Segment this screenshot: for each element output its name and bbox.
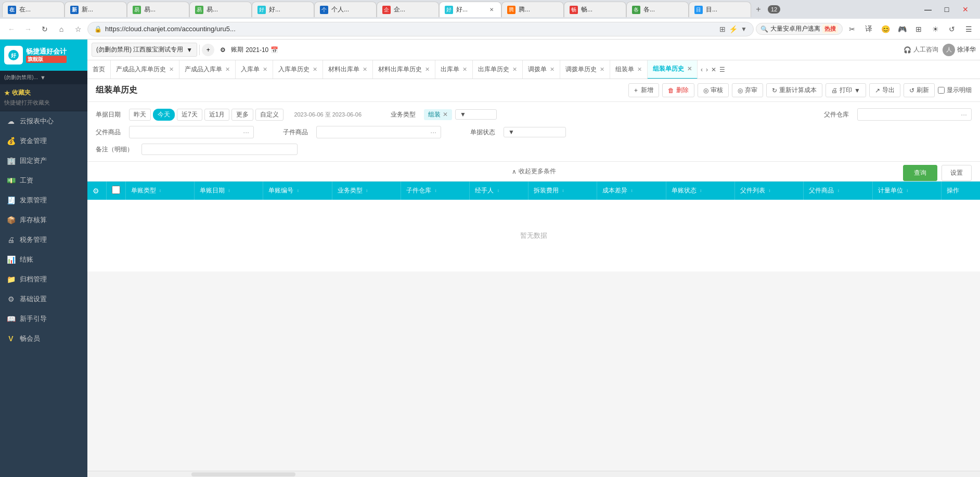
horizontal-scrollbar[interactable]	[191, 472, 295, 476]
sort-handler-icon[interactable]: ↕	[497, 189, 499, 193]
browser-tab-4[interactable]: 易 易...	[189, 2, 252, 17]
sort-type-icon[interactable]: ↕	[159, 189, 161, 193]
sort-diff-icon[interactable]: ↕	[631, 189, 633, 193]
sort-number-icon[interactable]: ↕	[297, 189, 299, 193]
tab-close-8[interactable]: ✕	[487, 6, 496, 14]
today-btn[interactable]: 今天	[153, 109, 175, 121]
grid-button[interactable]: ⊞	[911, 22, 926, 36]
order-status-dropdown[interactable]: ▼	[504, 127, 566, 137]
add-button[interactable]: +新增	[628, 83, 659, 97]
show-detail-toggle[interactable]: 显示明细	[938, 86, 972, 95]
tab-close-icon[interactable]: ✕	[363, 66, 367, 73]
more-date-btn[interactable]: 更多	[231, 109, 253, 121]
tab-close-icon[interactable]: ✕	[637, 66, 642, 73]
browser-tab-2[interactable]: 新 新...	[65, 2, 127, 17]
tab-close-active-icon[interactable]: ✕	[687, 66, 692, 72]
bookmark-button[interactable]: ☆	[71, 22, 85, 36]
tab-close-icon[interactable]: ✕	[225, 66, 230, 73]
sidebar-item-inventory[interactable]: 📦 库存核算	[0, 210, 87, 230]
address-lightning-icon[interactable]: ⚡	[729, 25, 738, 33]
search-bar[interactable]: 🔍 大量安卓用户逃离 热搜	[756, 23, 843, 35]
refresh-page-button[interactable]: ↺ 刷新	[904, 83, 935, 97]
cut-tool-button[interactable]: ✂	[845, 22, 859, 36]
sort-warehouse-icon[interactable]: ↕	[434, 189, 436, 193]
tab-assembly[interactable]: 组装单 ✕	[610, 60, 648, 79]
sort-parent-product-icon[interactable]: ↕	[837, 189, 840, 193]
sort-date-icon[interactable]: ↕	[228, 189, 230, 193]
tab-close-icon[interactable]: ✕	[263, 66, 267, 73]
print-button[interactable]: 🖨 打印 ▼	[826, 83, 866, 97]
remark-field[interactable]	[146, 146, 293, 153]
tab-prod-inbound-history[interactable]: 产成品入库单历史 ✕	[111, 60, 179, 79]
sidebar-item-tax[interactable]: 🖨 税务管理	[0, 230, 87, 250]
show-detail-checkbox[interactable]	[938, 87, 945, 94]
tab-transfer[interactable]: 调拨单 ✕	[523, 60, 560, 79]
warehouse-more-icon[interactable]: ···	[961, 110, 967, 119]
home-button[interactable]: ⌂	[54, 22, 69, 36]
collapse-button[interactable]: ∧ 收起更多条件	[501, 165, 566, 178]
tab-prod-inbound[interactable]: 产成品入库单 ✕	[179, 60, 236, 79]
customer-service-button[interactable]: 🎧 人工咨询	[904, 45, 938, 54]
user-avatar[interactable]: 人 徐泽华	[943, 44, 976, 56]
1month-btn[interactable]: 近1月	[204, 109, 230, 121]
sub-product-more-icon[interactable]: ···	[430, 128, 436, 136]
tab-close-icon[interactable]: ✕	[600, 66, 604, 73]
filter-settings-button[interactable]: 设置	[942, 165, 972, 181]
biz-type-dropdown[interactable]: ▼	[455, 109, 497, 120]
browser-tab-3[interactable]: 易 易...	[127, 2, 189, 17]
browser-tab-10[interactable]: 畅 畅...	[564, 2, 626, 17]
sidebar-item-payroll[interactable]: 💵 工资	[0, 171, 87, 190]
sub-product-input[interactable]: ···	[316, 126, 441, 138]
back-button[interactable]: ←	[4, 22, 19, 36]
browser-tab-5[interactable]: 好 好...	[252, 2, 314, 17]
tab-transfer-history[interactable]: 调拨单历史 ✕	[560, 60, 610, 79]
browser-tab-9[interactable]: 腾 腾...	[501, 2, 564, 17]
sidebar-company[interactable]: (勿删勿禁用)... ▼	[0, 71, 87, 84]
delete-button[interactable]: 🗑 删除	[662, 83, 694, 97]
select-all-checkbox[interactable]	[112, 186, 120, 194]
browser-tab-7[interactable]: 企 企...	[377, 2, 439, 17]
sun-button[interactable]: ☀	[928, 22, 943, 36]
tab-outbound-history[interactable]: 出库单历史 ✕	[473, 60, 523, 79]
tab-nav-left[interactable]: ‹	[700, 65, 704, 74]
tab-close-icon[interactable]: ✕	[425, 66, 430, 73]
tab-nav-right[interactable]: ›	[705, 65, 709, 74]
tab-inbound[interactable]: 入库单 ✕	[236, 60, 273, 79]
export-button[interactable]: ↗ 导出	[869, 83, 900, 97]
company-selector[interactable]: (勿删勿禁用) 江西服宝测试专用 ▼	[92, 43, 197, 57]
parent-product-more-icon[interactable]: ···	[243, 128, 249, 136]
tab-material-out[interactable]: 材料出库单 ✕	[323, 60, 373, 79]
period-selector[interactable]: 账期 2021-10 📅	[231, 45, 278, 54]
browser-tab-6[interactable]: 个 个人...	[314, 2, 377, 17]
print-dropdown-icon[interactable]: ▼	[854, 87, 860, 94]
sidebar-item-guide[interactable]: 📖 新手引导	[0, 309, 87, 329]
parent-warehouse-field[interactable]	[862, 111, 958, 118]
sort-cost-icon[interactable]: ↕	[562, 189, 564, 193]
tab-assembly-history[interactable]: 组装单历史 ✕	[648, 60, 698, 79]
sidebar-item-archive[interactable]: 📁 归档管理	[0, 269, 87, 289]
address-dropdown-icon[interactable]: ▼	[741, 25, 747, 33]
sidebar-item-fixed-assets[interactable]: 🏢 固定资产	[0, 151, 87, 171]
maximize-button[interactable]: □	[938, 2, 955, 17]
yesterday-btn[interactable]: 昨天	[129, 109, 151, 121]
tab-close-icon[interactable]: ✕	[550, 66, 555, 73]
browser-tab-1[interactable]: 在 在...	[2, 2, 65, 17]
custom-date-btn[interactable]: 自定义	[255, 109, 283, 121]
menu-button[interactable]: ☰	[961, 22, 976, 36]
table-settings-icon[interactable]: ⚙	[93, 187, 99, 195]
sidebar-item-vip[interactable]: V 畅会员	[0, 329, 87, 349]
address-bar[interactable]: 🔒 https://cloud.chanjet.com/accounting/u…	[87, 22, 754, 36]
add-company-button[interactable]: +	[202, 44, 214, 56]
browser-tab-8[interactable]: 好 好... ✕	[439, 2, 501, 17]
undo-button[interactable]: ↺	[945, 22, 959, 36]
query-button[interactable]: 查询	[903, 165, 937, 181]
address-grid-icon[interactable]: ⊞	[719, 25, 726, 33]
tab-material-out-history[interactable]: 材料出库单历史 ✕	[373, 60, 435, 79]
close-button[interactable]: ✕	[957, 2, 974, 17]
sort-unit-icon[interactable]: ↕	[906, 189, 908, 193]
sidebar-item-settings[interactable]: ⚙ 基础设置	[0, 289, 87, 309]
tab-close-icon[interactable]: ✕	[512, 66, 517, 73]
parent-product-field[interactable]	[134, 128, 240, 136]
recalc-button[interactable]: ↻ 重新计算成本	[766, 83, 822, 97]
sidebar-item-cloud-reports[interactable]: ☁ 云报表中心	[0, 111, 87, 131]
